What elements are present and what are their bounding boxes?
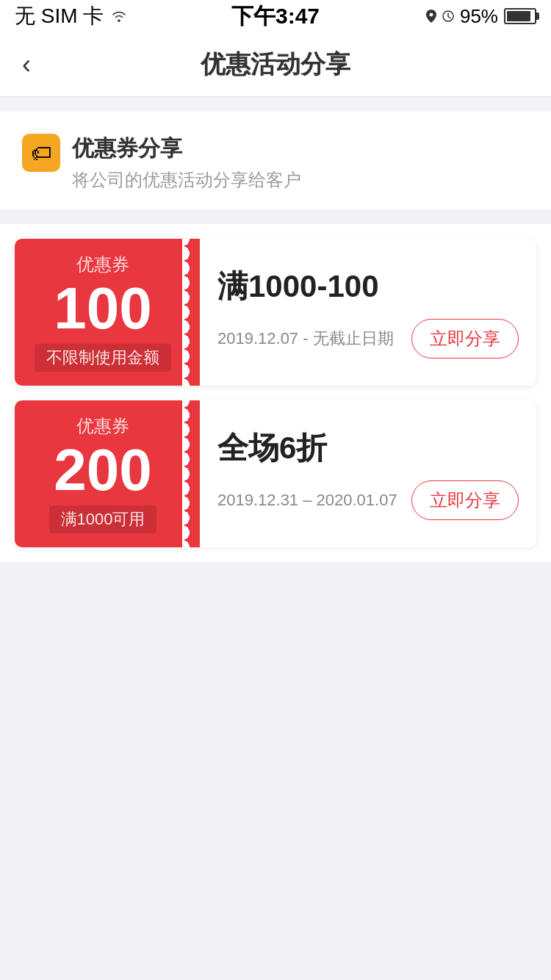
clock-icon (442, 10, 454, 22)
section-title: 优惠券分享 (72, 134, 301, 164)
section-text-group: 优惠券分享 将公司的优惠活动分享给客户 (72, 134, 301, 192)
battery-fill (507, 11, 530, 21)
coupon-label-1: 优惠券 (76, 253, 129, 276)
page-title: 优惠活动分享 (201, 48, 350, 82)
status-time: 下午3:47 (231, 1, 320, 32)
coupon-card: 优惠券 100 不限制使用金额 满1000-100 2019.12.07 - 无… (15, 239, 536, 386)
share-button-2[interactable]: 立即分享 (411, 480, 519, 520)
page-fill (0, 562, 551, 929)
coupon-amount-1: 100 (54, 279, 151, 338)
coupon-condition-1: 不限制使用金额 (35, 344, 171, 372)
status-bar: 无 SIM 卡 下午3:47 95% (0, 0, 551, 32)
coupon-meta-2: 2019.12.31 – 2020.01.07 立即分享 (217, 480, 519, 520)
coupon-amount-2: 200 (54, 441, 151, 500)
wifi-icon (111, 10, 127, 22)
battery-text: 95% (460, 5, 498, 28)
back-button[interactable]: ‹ (22, 49, 31, 80)
coupon-date-1: 2019.12.07 - 无截止日期 (217, 328, 394, 350)
coupon-list: 优惠券 100 不限制使用金额 满1000-100 2019.12.07 - 无… (0, 224, 551, 562)
coupon-condition-2: 满1000可用 (49, 505, 157, 533)
section-icon: 🏷 (22, 134, 60, 172)
battery-icon (504, 8, 536, 24)
coupon-right-1: 满1000-100 2019.12.07 - 无截止日期 立即分享 (191, 239, 536, 386)
coupon-right-2: 全场6折 2019.12.31 – 2020.01.07 立即分享 (191, 400, 536, 547)
coupon-label-2: 优惠券 (76, 414, 129, 438)
status-left: 无 SIM 卡 (15, 2, 127, 30)
coupon-name-1: 满1000-100 (217, 266, 519, 307)
section-header: 🏷 优惠券分享 将公司的优惠活动分享给客户 (0, 112, 551, 209)
share-button-1[interactable]: 立即分享 (411, 319, 519, 359)
coupon-left-2: 优惠券 200 满1000可用 (15, 400, 191, 547)
status-right: 95% (426, 5, 536, 28)
coupon-icon: 🏷 (31, 141, 51, 165)
section-subtitle: 将公司的优惠活动分享给客户 (72, 168, 301, 192)
location-icon (426, 10, 436, 23)
carrier-text: 无 SIM 卡 (15, 2, 104, 30)
coupon-left-1: 优惠券 100 不限制使用金额 (15, 239, 191, 386)
coupon-card-2: 优惠券 200 满1000可用 全场6折 2019.12.31 – 2020.0… (15, 400, 536, 547)
coupon-date-2: 2019.12.31 – 2020.01.07 (217, 491, 397, 510)
coupon-name-2: 全场6折 (217, 428, 519, 469)
coupon-meta-1: 2019.12.07 - 无截止日期 立即分享 (217, 319, 519, 359)
nav-bar: ‹ 优惠活动分享 (0, 32, 551, 97)
